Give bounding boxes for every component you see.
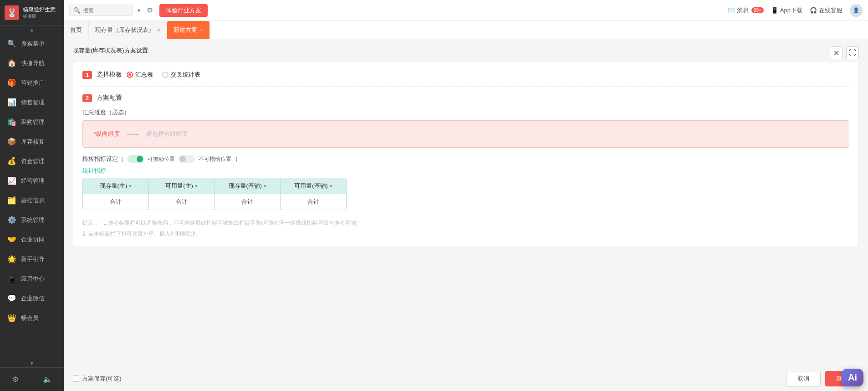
radio-summary-circle <box>127 72 133 78</box>
radio-summary[interactable]: 汇总表 <box>127 71 153 79</box>
gift-icon: 🎁 <box>7 78 16 87</box>
tips-title: 提示： <box>82 220 99 226</box>
sidebar-item-label: 系统管理 <box>21 216 45 224</box>
sidebar-item-quick-nav[interactable]: 🏠 快捷导航 <box>0 53 64 73</box>
scroll-down-arrow[interactable]: ▼ <box>0 360 64 367</box>
search-icon: 🔍 <box>73 7 81 14</box>
search-menu-icon: 🔍 <box>7 39 16 48</box>
user-avatar[interactable]: 👤 <box>850 4 863 17</box>
tab-new-scheme[interactable]: 新建方案 × <box>167 21 210 39</box>
dimension-dash: —— <box>127 131 139 138</box>
panel-expand-button[interactable]: ⛶ <box>846 46 859 59</box>
sidebar-item-label: 应用中心 <box>21 275 45 283</box>
col0-chevron-icon: ▾ <box>129 183 132 189</box>
sidebar-item-corp-wechat[interactable]: 💬 企业微信 <box>0 288 64 308</box>
phone-icon: 📱 <box>771 7 778 14</box>
topbar-search-box[interactable]: 🔍 <box>69 5 133 16</box>
dimension-label: 汇总维度（必选） <box>82 108 849 117</box>
topbar-gear-icon[interactable]: ⚙ <box>147 6 153 15</box>
messages-btn[interactable]: ✉️ 消息 99+ <box>728 6 764 15</box>
dimension-select-box[interactable]: *纵向维度 —— 请选择分组维度 <box>82 120 849 148</box>
cell-0-2: 合计 <box>215 194 281 210</box>
sidebar-item-label: 销售管理 <box>21 98 45 107</box>
dimension-required-label: *纵向维度 <box>94 130 120 138</box>
step1-badge: 1 <box>82 71 92 79</box>
sidebar-item-label: 基础信息 <box>21 196 45 205</box>
home-icon: 🏠 <box>7 59 16 67</box>
cell-0-0: 合计 <box>83 194 149 210</box>
sidebar-item-sys[interactable]: ⚙️ 系统管理 <box>0 210 64 230</box>
sidebar-item-label: 企业协同 <box>21 236 45 244</box>
draggable-toggle[interactable] <box>128 155 144 163</box>
sidebar-item-member[interactable]: 👑 畅会员 <box>0 308 64 328</box>
panel-close-button[interactable]: ✕ <box>830 46 842 59</box>
metrics-col-0[interactable]: 现存量(主) ▾ <box>83 178 149 194</box>
sidebar-item-purchase[interactable]: 🛍️ 采购管理 <box>0 112 64 132</box>
cancel-button[interactable]: 取消 <box>786 371 821 386</box>
content-area: ✕ ⛶ 现存量(库存状况表)方案设置 1 选择模板 汇总表 交叉统计表 <box>64 39 868 366</box>
search-input[interactable] <box>83 7 128 14</box>
radio-cross[interactable]: 交叉统计表 <box>162 71 200 79</box>
sidebar-item-inventory[interactable]: 📦 库存核算 <box>0 132 64 151</box>
sidebar-item-label: 库存核算 <box>21 138 45 146</box>
sidebar-item-label: 资金管理 <box>21 157 45 165</box>
sidebar-item-new-guide[interactable]: 🌟 新手引导 <box>0 249 64 269</box>
sidebar-nav: 🔍 搜索菜单 🏠 快捷导航 🎁 营销推广 📊 销售管理 🛍️ 采购管理 📦 库存… <box>0 34 64 360</box>
col3-chevron-icon: ▾ <box>330 183 332 189</box>
tab-inventory-status[interactable]: 现存量（库存状况表） × <box>89 21 167 39</box>
chevron-down-icon: ▾ <box>138 7 140 14</box>
files-icon: 🗂️ <box>7 196 16 205</box>
tips-section: 提示： 1.拖动标题栏可以调整布局，不可跨维度或指标区域拖拽栏目字段(只能在同一… <box>82 217 849 239</box>
sidebar-item-label: 采购管理 <box>21 118 45 126</box>
metrics-label-text: 模板指标设定（ <box>82 155 124 163</box>
sidebar-item-corp-collab[interactable]: 🤝 企业协同 <box>0 230 64 249</box>
sidebar-item-app-center[interactable]: 📱 应用中心 <box>0 269 64 288</box>
cell-0-1: 合计 <box>149 194 215 210</box>
save-checkbox-label[interactable]: 方案保存(可选) <box>73 375 122 383</box>
col2-chevron-icon: ▾ <box>264 183 266 189</box>
scheme-settings-card: 1 选择模板 汇总表 交叉统计表 2 方案配置 <box>73 61 859 247</box>
metrics-col-1[interactable]: 可用量(主) ▾ <box>149 178 215 194</box>
topbar-right: ✉️ 消息 99+ 📱 App下载 🎧 在线客服 👤 <box>728 4 863 17</box>
step1-title: 选择模板 <box>97 71 122 79</box>
online-service-btn[interactable]: 🎧 在线客服 <box>810 6 842 15</box>
app-logo-icon: 🐰 <box>5 5 19 20</box>
sidebar-item-sales[interactable]: 📊 销售管理 <box>0 93 64 112</box>
industry-plan-button[interactable]: 体验行业方案 <box>159 4 208 17</box>
sidebar-bottom: ⚙ 🔈 <box>0 367 64 391</box>
mobile-icon: 📱 <box>7 274 16 283</box>
metrics-col-2[interactable]: 现存量(基辅) ▾ <box>215 178 281 194</box>
topbar-dropdown[interactable]: ▾ <box>138 7 140 14</box>
settings-bottom-btn[interactable]: ⚙ <box>10 372 21 386</box>
sidebar-item-search-menu[interactable]: 🔍 搜索菜单 <box>0 34 64 53</box>
sidebar-item-label: 营销推广 <box>21 79 45 87</box>
col1-chevron-icon: ▾ <box>195 183 198 189</box>
tab-inventory-close-icon[interactable]: × <box>157 27 160 33</box>
sidebar-item-label: 快捷导航 <box>21 59 45 67</box>
sidebar-item-base-info[interactable]: 🗂️ 基础信息 <box>0 190 64 210</box>
tab-new-scheme-close-icon[interactable]: × <box>200 27 203 33</box>
step2-badge: 2 <box>82 94 92 102</box>
sidebar-logo: 🐰 畅康通好生意 标准版 <box>0 0 64 26</box>
metrics-col-3[interactable]: 可用量(基辅) ▾ <box>281 178 346 194</box>
non-draggable-toggle[interactable] <box>179 155 195 163</box>
content-top-buttons: ✕ ⛶ <box>830 46 859 59</box>
ai-float-button[interactable]: Ai <box>842 369 863 386</box>
sidebar-item-finance[interactable]: 💰 资金管理 <box>0 151 64 171</box>
app-download-btn[interactable]: 📱 App下载 <box>771 6 802 15</box>
save-checkbox-input[interactable] <box>73 376 79 382</box>
sidebar-item-ops[interactable]: 📈 经营管理 <box>0 171 64 190</box>
crown-icon: 👑 <box>7 314 16 322</box>
sidebar-item-label: 畅会员 <box>21 314 39 322</box>
toggle2-label: 不可拖动位置 <box>199 155 231 163</box>
stats-title: 统计指标 <box>82 167 849 175</box>
bottom-bar: 方案保存(可选) 取消 查询 <box>64 366 868 391</box>
settings-icon: ⚙️ <box>7 216 16 224</box>
tips-tip1: 提示： 1.拖动标题栏可以调整布局，不可跨维度或指标区域拖拽栏目字段(只能在同一… <box>82 217 849 228</box>
tab-home[interactable]: 首页 <box>64 21 89 39</box>
box-icon: 📦 <box>7 137 16 146</box>
speaker-bottom-btn[interactable]: 🔈 <box>40 372 55 386</box>
sidebar-item-label: 经营管理 <box>21 177 45 185</box>
scroll-up-arrow[interactable]: ▲ <box>0 26 64 34</box>
sidebar-item-marketing[interactable]: 🎁 营销推广 <box>0 73 64 93</box>
